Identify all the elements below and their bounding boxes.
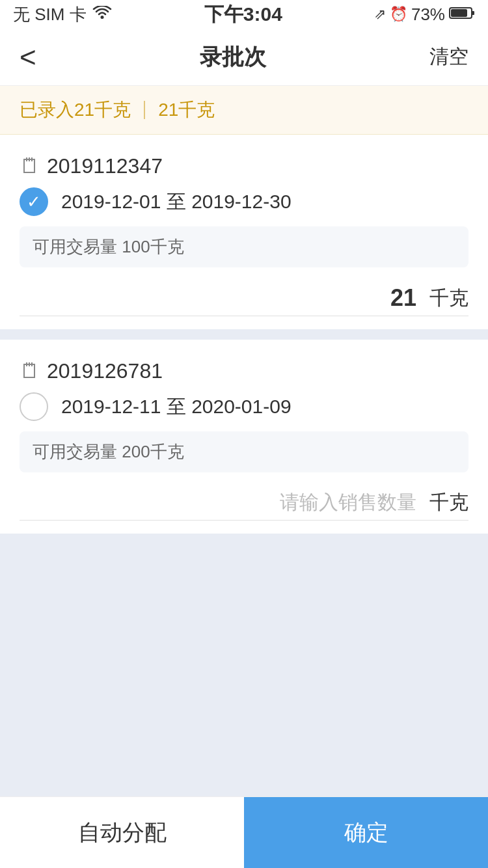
status-bar-left: 无 SIM 卡 [13,3,113,26]
back-button[interactable]: < [20,43,36,72]
page-title: 录批次 [200,42,266,72]
doc-icon-1: 🗒 [20,154,40,178]
clear-button[interactable]: 清空 [429,44,468,70]
no-sim-label: 无 SIM 卡 [13,3,87,26]
batch2-input-placeholder: 请输入销售数量 [280,489,416,516]
svg-rect-2 [472,11,474,15]
batch1-unit: 千克 [429,285,468,312]
empty-area [0,534,488,807]
batch1-available: 可用交易量 100千克 [20,226,468,267]
auto-distribute-button[interactable]: 自动分配 [0,797,244,868]
nav-bar: < 录批次 清空 [0,29,488,86]
batch1-header: 🗒 2019112347 [20,154,468,178]
batch2-unit: 千克 [429,489,468,516]
batch2-checkbox[interactable] [20,392,48,421]
status-bar-right: ⇗ ⏰ 73% [374,5,475,25]
doc-icon-2: 🗒 [20,359,40,383]
alarm-icon: ⏰ [390,6,407,23]
batch2-id: 2019126781 [47,359,163,383]
bottom-bar: 自动分配 确定 [0,796,488,868]
wifi-icon [92,5,113,25]
checkmark-icon: ✓ [27,193,41,210]
batch2-date-row[interactable]: 2019-12-11 至 2020-01-09 [20,392,468,421]
batch1-amount: 21 [390,284,416,312]
batch1-amount-row: 21 千克 [20,274,468,316]
main-content: 已录入21千克 21千克 🗒 2019112347 ✓ 2019-12-01 至… [0,86,488,868]
svg-point-0 [100,16,103,19]
batch-card-1: 🗒 2019112347 ✓ 2019-12-01 至 2019-12-30 可… [0,135,488,329]
banner-divider [144,101,145,119]
info-banner: 已录入21千克 21千克 [0,86,488,135]
batch-card-2: 🗒 2019126781 2019-12-11 至 2020-01-09 可用交… [0,340,488,534]
confirm-button[interactable]: 确定 [244,797,488,868]
batch2-header: 🗒 2019126781 [20,359,468,383]
batch2-input-row[interactable]: 请输入销售数量 千克 [20,479,468,521]
batch2-date: 2019-12-11 至 2020-01-09 [61,394,291,420]
batch1-date: 2019-12-01 至 2019-12-30 [61,189,291,215]
svg-rect-3 [451,9,467,17]
batch1-id: 2019112347 [47,154,163,178]
section-divider-1 [0,329,488,340]
batch2-available: 可用交易量 200千克 [20,431,468,472]
status-bar: 无 SIM 卡 下午3:04 ⇗ ⏰ 73% [0,0,488,29]
battery-label: 73% [411,5,445,25]
status-bar-time: 下午3:04 [204,1,282,28]
total-label: 21千克 [158,98,215,122]
location-icon: ⇗ [374,6,386,23]
battery-icon [449,5,475,25]
recorded-label: 已录入21千克 [20,98,131,122]
batch1-checkbox[interactable]: ✓ [20,187,48,216]
batch1-date-row[interactable]: ✓ 2019-12-01 至 2019-12-30 [20,187,468,216]
